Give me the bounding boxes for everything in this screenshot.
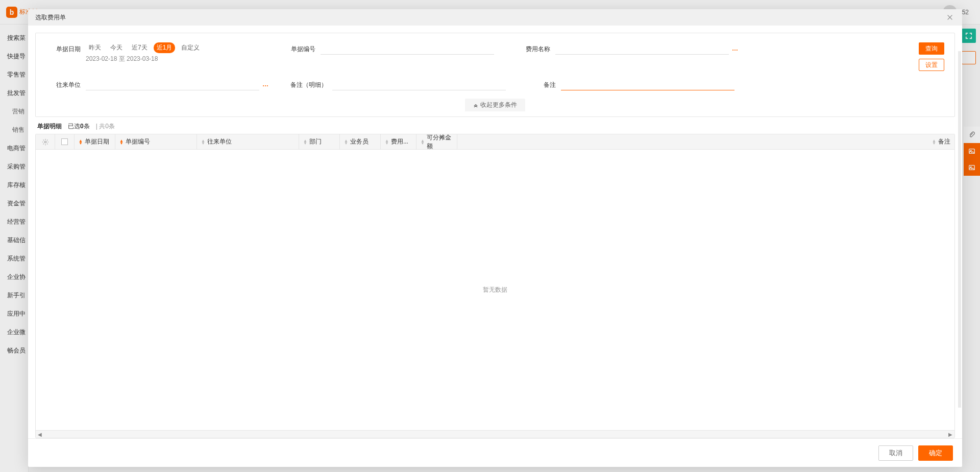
filter-fee-name: 费用名称 … bbox=[516, 42, 739, 56]
sort-icon: ▲▼ bbox=[79, 139, 83, 145]
select-all-checkbox[interactable] bbox=[55, 134, 75, 149]
modal-close-button[interactable] bbox=[945, 12, 955, 22]
select-expense-modal: 选取费用单 单据日期 昨天 今天 近7天 近1月 自定义 bbox=[28, 9, 962, 467]
sort-icon: ▲▼ bbox=[421, 139, 425, 145]
sort-icon: ▲▼ bbox=[385, 139, 389, 145]
col-dept[interactable]: ▲▼ 部门 bbox=[299, 134, 340, 149]
col-doc-no[interactable]: ▲▼ 单据编号 bbox=[115, 134, 197, 149]
col-partner[interactable]: ▲▼ 往来单位 bbox=[197, 134, 299, 149]
col-amount[interactable]: ▲▼ 可分摊金额 bbox=[416, 134, 457, 149]
col-doc-no-label: 单据编号 bbox=[126, 137, 150, 146]
sort-icon: ▲▼ bbox=[303, 139, 307, 145]
filter-date-label: 单据日期 bbox=[46, 42, 81, 56]
modal-footer: 取消 确定 bbox=[28, 438, 962, 467]
sort-icon: ▲▼ bbox=[932, 139, 936, 145]
fee-name-input[interactable] bbox=[555, 42, 729, 55]
column-settings-button[interactable] bbox=[36, 134, 55, 149]
filter-partner: 往来单位 … bbox=[46, 78, 269, 91]
filter-panel: 单据日期 昨天 今天 近7天 近1月 自定义 2023-02-18 至 2023… bbox=[35, 33, 955, 117]
settings-button[interactable]: 设置 bbox=[919, 59, 944, 71]
sort-icon: ▲▼ bbox=[119, 139, 124, 145]
scroll-right-icon[interactable]: ▶ bbox=[947, 431, 953, 437]
filter-memo-detail-label: 备注（明细） bbox=[284, 78, 327, 91]
col-memo[interactable]: ▲▼ 备注 bbox=[457, 134, 954, 149]
filter-memo-label: 备注 bbox=[521, 78, 556, 91]
fee-name-picker-button[interactable]: … bbox=[732, 45, 739, 52]
filter-doc-no-label: 单据编号 bbox=[281, 42, 315, 56]
filter-memo-detail: 备注（明细） bbox=[284, 78, 506, 91]
table-body-empty: 暂无数据 bbox=[36, 150, 954, 430]
col-fee-label: 费用... bbox=[391, 137, 408, 146]
partner-picker-button[interactable]: … bbox=[262, 81, 269, 88]
memo-detail-input[interactable] bbox=[332, 78, 506, 90]
gear-icon bbox=[42, 138, 49, 146]
chevron-up-double-icon bbox=[473, 103, 478, 108]
detail-title: 单据明细 bbox=[37, 122, 62, 131]
table-header: ▲▼ 单据日期 ▲▼ 单据编号 ▲▼ 往来单位 ▲▼ 部门 ▲▼ 业务员 bbox=[36, 134, 954, 150]
sort-icon: ▲▼ bbox=[344, 139, 348, 145]
checkbox-icon bbox=[61, 138, 68, 145]
collapse-conditions-label: 收起更多条件 bbox=[480, 101, 517, 109]
detail-summary-bar: 单据明细 已选0条 | 共0条 bbox=[35, 122, 955, 131]
col-doc-date[interactable]: ▲▼ 单据日期 bbox=[75, 134, 115, 149]
date-range-text: 2023-02-18 至 2023-03-18 bbox=[86, 55, 265, 63]
col-dept-label: 部门 bbox=[309, 137, 322, 146]
col-doc-date-label: 单据日期 bbox=[85, 137, 109, 146]
col-operator-label: 业务员 bbox=[350, 137, 369, 146]
modal-header: 选取费用单 bbox=[28, 9, 962, 26]
table-horizontal-scrollbar[interactable]: ◀ ▶ bbox=[36, 430, 954, 438]
close-icon bbox=[946, 14, 953, 21]
filter-doc-no: 单据编号 bbox=[281, 42, 500, 56]
col-memo-label: 备注 bbox=[938, 137, 950, 146]
query-button[interactable]: 查询 bbox=[919, 42, 944, 55]
col-amount-label: 可分摊金额 bbox=[427, 134, 453, 151]
filter-date: 单据日期 昨天 今天 近7天 近1月 自定义 2023-02-18 至 2023… bbox=[46, 42, 265, 63]
scroll-left-icon[interactable]: ◀ bbox=[37, 431, 43, 437]
collapse-conditions-button[interactable]: 收起更多条件 bbox=[465, 99, 525, 111]
results-table: ▲▼ 单据日期 ▲▼ 单据编号 ▲▼ 往来单位 ▲▼ 部门 ▲▼ 业务员 bbox=[35, 134, 955, 438]
selected-count: 已选0条 bbox=[68, 122, 90, 131]
filter-memo: 备注 bbox=[521, 78, 734, 91]
memo-input[interactable] bbox=[561, 78, 734, 90]
modal-body-scrollbar[interactable] bbox=[958, 51, 961, 408]
doc-no-input[interactable] bbox=[321, 42, 494, 55]
col-operator[interactable]: ▲▼ 业务员 bbox=[340, 134, 381, 149]
date-quick-last7[interactable]: 近7天 bbox=[129, 42, 151, 53]
sort-icon: ▲▼ bbox=[201, 139, 205, 145]
modal-title: 选取费用单 bbox=[35, 13, 66, 22]
filter-fee-name-label: 费用名称 bbox=[516, 42, 550, 56]
col-fee[interactable]: ▲▼ 费用... bbox=[381, 134, 416, 149]
total-count: | 共0条 bbox=[96, 122, 115, 131]
filter-partner-label: 往来单位 bbox=[46, 78, 81, 91]
empty-text: 暂无数据 bbox=[483, 286, 507, 294]
date-quick-yesterday[interactable]: 昨天 bbox=[86, 42, 104, 53]
col-partner-label: 往来单位 bbox=[207, 137, 232, 146]
date-quick-custom[interactable]: 自定义 bbox=[178, 42, 203, 53]
cancel-button[interactable]: 取消 bbox=[878, 445, 913, 461]
confirm-button[interactable]: 确定 bbox=[918, 445, 953, 461]
svg-point-4 bbox=[44, 141, 46, 143]
modal-body: 单据日期 昨天 今天 近7天 近1月 自定义 2023-02-18 至 2023… bbox=[28, 26, 962, 438]
date-quick-today[interactable]: 今天 bbox=[107, 42, 126, 53]
partner-input[interactable] bbox=[86, 78, 259, 90]
date-quick-last1m[interactable]: 近1月 bbox=[154, 42, 176, 53]
